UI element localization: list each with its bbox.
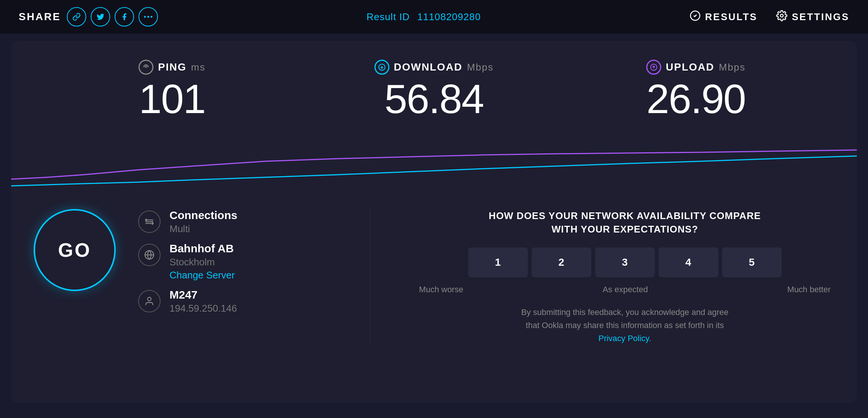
upload-stat: UPLOAD Mbps 26.90 [565, 60, 827, 119]
connections-text: Connections Multi [169, 209, 237, 235]
isp-label: Bahnhof AB [169, 242, 235, 255]
top-right-nav: RESULTS SETTINGS [690, 10, 849, 24]
go-button-area: GO [34, 209, 116, 291]
settings-nav[interactable]: SETTINGS [776, 10, 849, 24]
result-label: Result ID [367, 11, 410, 22]
host-label: M247 [169, 288, 237, 301]
rating-4-button[interactable]: 4 [659, 247, 718, 277]
ping-unit: ms [191, 62, 206, 73]
upload-label: UPLOAD Mbps [565, 60, 827, 75]
share-twitter-button[interactable] [91, 7, 110, 26]
feedback-notice-text: By submitting this feedback, you acknowl… [521, 308, 728, 330]
result-id-section: Result ID 11108209280 [367, 11, 481, 23]
rating-label-right: Much better [787, 285, 831, 294]
svg-point-0 [144, 16, 146, 18]
download-value: 56.84 [303, 78, 565, 119]
download-label: DOWNLOAD Mbps [303, 60, 565, 75]
connections-value: Multi [169, 223, 237, 235]
download-unit: Mbps [467, 62, 494, 73]
ping-stat: PING ms 101 [41, 60, 303, 119]
svg-point-4 [780, 14, 783, 17]
go-button[interactable]: GO [34, 209, 116, 291]
svg-point-15 [147, 297, 151, 301]
settings-icon [776, 10, 787, 24]
top-bar: SHARE [0, 0, 868, 34]
download-stat: DOWNLOAD Mbps 56.84 [303, 60, 565, 119]
host-text: M247 194.59.250.146 [169, 288, 237, 314]
result-id-value: 11108209280 [417, 11, 481, 22]
settings-label: SETTINGS [792, 11, 849, 23]
feedback-section: HOW DOES YOUR NETWORK AVAILABILITY COMPA… [393, 209, 834, 345]
connections-icon [138, 210, 161, 233]
connections-label: Connections [169, 209, 237, 222]
results-nav[interactable]: RESULTS [690, 10, 757, 24]
rating-label-left: Much worse [419, 285, 463, 294]
svg-point-5 [146, 67, 147, 68]
isp-icon [138, 244, 161, 266]
ping-text: PING [158, 61, 186, 73]
host-icon [138, 290, 161, 312]
rating-row: 1 2 3 4 5 [415, 247, 834, 277]
info-section: Connections Multi Bahnhof AB Stockholm C… [138, 209, 348, 314]
bottom-section: GO Connections Multi [11, 198, 857, 356]
ping-label: PING ms [41, 60, 303, 75]
connections-row: Connections Multi [138, 209, 348, 235]
ping-icon [139, 60, 153, 75]
privacy-policy-link[interactable]: Privacy Policy. [598, 334, 651, 343]
share-label: SHARE [19, 11, 61, 23]
isp-location: Stockholm [169, 256, 235, 268]
feedback-question: HOW DOES YOUR NETWORK AVAILABILITY COMPA… [415, 209, 834, 236]
ping-value: 101 [41, 78, 303, 119]
feedback-notice: By submitting this feedback, you acknowl… [415, 306, 834, 345]
section-divider [370, 209, 370, 345]
feedback-question-line2: WITH YOUR EXPECTATIONS? [551, 224, 698, 235]
svg-point-2 [151, 16, 153, 18]
share-facebook-button[interactable] [115, 7, 134, 26]
isp-text: Bahnhof AB Stockholm Change Server [169, 242, 235, 281]
isp-row: Bahnhof AB Stockholm Change Server [138, 242, 348, 281]
upload-value: 26.90 [565, 78, 827, 119]
share-icons [67, 7, 158, 26]
rating-2-button[interactable]: 2 [532, 247, 591, 277]
main-card: PING ms 101 DOWNLOAD Mbps 56.84 [11, 41, 857, 403]
host-ip: 194.59.250.146 [169, 303, 237, 314]
upload-text: UPLOAD [666, 61, 714, 73]
speed-chart [11, 131, 857, 190]
rating-1-button[interactable]: 1 [468, 247, 528, 277]
change-server-link[interactable]: Change Server [169, 269, 235, 281]
rating-label-middle: As expected [603, 285, 648, 294]
share-link-button[interactable] [67, 7, 86, 26]
share-more-button[interactable] [139, 7, 158, 26]
rating-labels: Much worse As expected Much better [415, 285, 834, 294]
rating-3-button[interactable]: 3 [595, 247, 655, 277]
share-section: SHARE [19, 7, 158, 26]
download-icon [374, 60, 389, 75]
host-row: M247 194.59.250.146 [138, 288, 348, 314]
rating-5-button[interactable]: 5 [722, 247, 782, 277]
go-label: GO [58, 239, 91, 261]
results-icon [690, 10, 701, 24]
results-label: RESULTS [705, 11, 757, 23]
stats-row: PING ms 101 DOWNLOAD Mbps 56.84 [11, 41, 857, 131]
upload-icon [646, 60, 661, 75]
svg-point-1 [147, 16, 149, 18]
upload-unit: Mbps [719, 62, 746, 73]
feedback-question-line1: HOW DOES YOUR NETWORK AVAILABILITY COMPA… [489, 210, 761, 221]
download-text: DOWNLOAD [394, 61, 463, 73]
